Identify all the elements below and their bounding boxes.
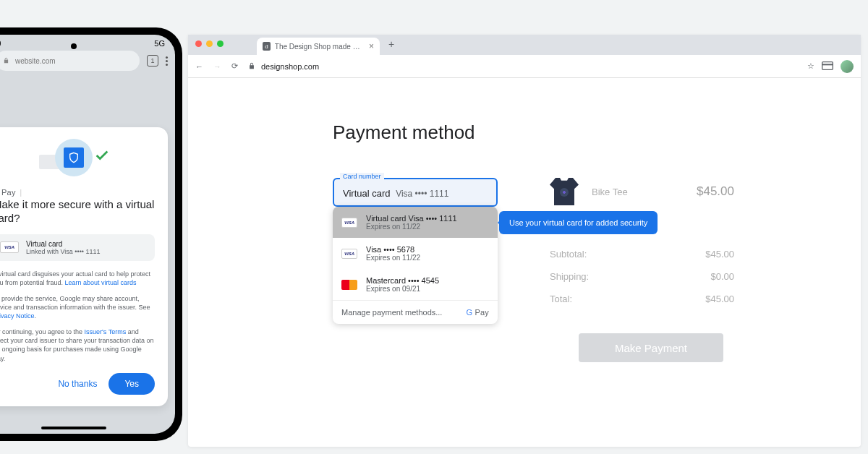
browser-tab[interactable]: d The Design Shop made for de × [257, 38, 380, 55]
shipping-value: $0.00 [710, 271, 734, 282]
total-value: $45.00 [705, 294, 734, 304]
lock-icon [3, 56, 9, 66]
card-field-value: Virtual card [343, 188, 391, 199]
phone-url-text: website.com [15, 57, 56, 65]
visa-icon: VISA [341, 249, 357, 259]
autofill-option[interactable]: VISAVirtual card Visa •••• 1111Expires o… [333, 207, 498, 238]
address-bar[interactable]: designshop.com [248, 61, 797, 72]
svg-rect-1 [822, 64, 833, 65]
vcard-name: Virtual card [26, 240, 101, 248]
favicon-icon: d [263, 42, 271, 51]
product-row: Bike Tee $45.00 [550, 178, 734, 205]
mastercard-icon [341, 280, 357, 290]
product-price: $45.00 [697, 184, 734, 199]
vcard-linked: Linked with Visa •••• 1111 [26, 248, 101, 255]
profile-avatar[interactable] [841, 60, 854, 73]
visa-icon: VISA [341, 218, 357, 228]
phone-camera-notch [71, 43, 77, 49]
lock-icon [248, 61, 255, 72]
reload-icon[interactable]: ⟳ [231, 61, 238, 71]
prompt-description: A virtual card disguises your actual car… [0, 270, 155, 287]
issuer-terms-link[interactable]: Issuer's Terms [85, 328, 127, 335]
option-expiry: Expires on 09/21 [366, 285, 439, 293]
phone-address-bar: website.com 1 [0, 48, 175, 77]
phone-status-bar: 9:30 5G [0, 35, 175, 48]
make-payment-button[interactable]: Make Payment [579, 333, 723, 362]
checkout-page: Payment method Card number Virtual card … [188, 78, 861, 447]
card-number-field[interactable]: Card number Virtual card Visa •••• 1111 [333, 178, 498, 207]
forward-icon[interactable]: → [213, 62, 221, 71]
status-time: 9:30 [0, 39, 1, 48]
gpay-logo: G Pay [0, 188, 16, 197]
url-text: designshop.com [261, 62, 319, 71]
desktop-browser: d The Design Shop made for de × + ← → ⟳ … [188, 35, 861, 447]
yes-button[interactable]: Yes [109, 373, 155, 395]
shipping-label: Shipping: [550, 271, 589, 282]
virtual-card-option[interactable]: VISA Virtual card Linked with Visa •••• … [0, 234, 155, 261]
autofill-option[interactable]: Mastercard •••• 4545Expires on 09/21 [333, 269, 498, 300]
phone-url-pill[interactable]: website.com [0, 51, 140, 71]
privacy-notice-link[interactable]: Privacy Notice [0, 312, 35, 320]
window-controls[interactable] [195, 40, 224, 47]
overflow-menu-icon[interactable] [166, 56, 168, 66]
option-expiry: Expires on 11/22 [366, 254, 420, 262]
prompt-title: Make it more secure with a virtual card? [0, 198, 155, 226]
close-tab-icon[interactable]: × [369, 41, 374, 51]
autofill-dropdown: VISAVirtual card Visa •••• 1111Expires o… [333, 207, 498, 324]
shield-illustration [0, 139, 155, 182]
option-card-name: Mastercard •••• 4545 [366, 276, 439, 285]
tab-switcher-icon[interactable]: 1 [147, 55, 158, 67]
card-number-label: Card number [340, 173, 384, 180]
subtotal-label: Subtotal: [550, 249, 587, 260]
learn-about-vcards-link[interactable]: Learn about virtual cards [65, 279, 137, 286]
manage-label: Manage payment methods... [341, 308, 442, 317]
visa-icon: VISA [0, 241, 19, 253]
card-field-sub: Visa •••• 1111 [396, 189, 448, 199]
payment-card-icon[interactable] [822, 61, 833, 72]
product-name: Bike Tee [592, 187, 628, 197]
shield-icon [64, 147, 84, 168]
option-card-name: Visa •••• 5678 [366, 245, 420, 254]
product-thumbnail [550, 178, 579, 205]
option-card-name: Virtual card Visa •••• 1111 [366, 214, 457, 223]
no-thanks-button[interactable]: No thanks [55, 373, 100, 395]
total-label: Total: [550, 294, 572, 304]
phone-frame: 9:30 5G website.com 1 [0, 27, 182, 441]
check-icon [94, 147, 110, 166]
option-expiry: Expires on 11/22 [366, 223, 457, 231]
back-icon[interactable]: ← [195, 62, 203, 71]
svg-rect-0 [822, 61, 833, 69]
phone-screen: 9:30 5G website.com 1 [0, 35, 175, 434]
page-title: Payment method [333, 121, 861, 144]
privacy-disclosure: To provide the service, Google may share… [0, 294, 155, 320]
manage-payment-methods[interactable]: Manage payment methods... G Pay [333, 300, 498, 324]
subtotal-value: $45.00 [705, 249, 734, 260]
bookmark-star-icon[interactable]: ☆ [807, 61, 814, 71]
home-handle[interactable] [41, 427, 106, 429]
autofill-option[interactable]: VISAVisa •••• 5678Expires on 11/22 [333, 238, 498, 269]
status-signal: 5G [154, 39, 165, 48]
tab-strip: d The Design Shop made for de × + [188, 35, 861, 55]
tab-title: The Design Shop made for de [275, 43, 362, 51]
terms-disclosure: By continuing, you agree to the Issuer's… [0, 327, 155, 363]
virtual-card-prompt: G Pay | Make it more secure with a virtu… [0, 127, 168, 406]
omnibox-row: ← → ⟳ designshop.com ☆ [188, 55, 861, 78]
order-summary: Bike Tee $45.00 Subtotal:$45.00 Shipping… [550, 178, 734, 362]
new-tab-button[interactable]: + [384, 38, 399, 50]
gpay-logo: G Pay [466, 308, 489, 317]
